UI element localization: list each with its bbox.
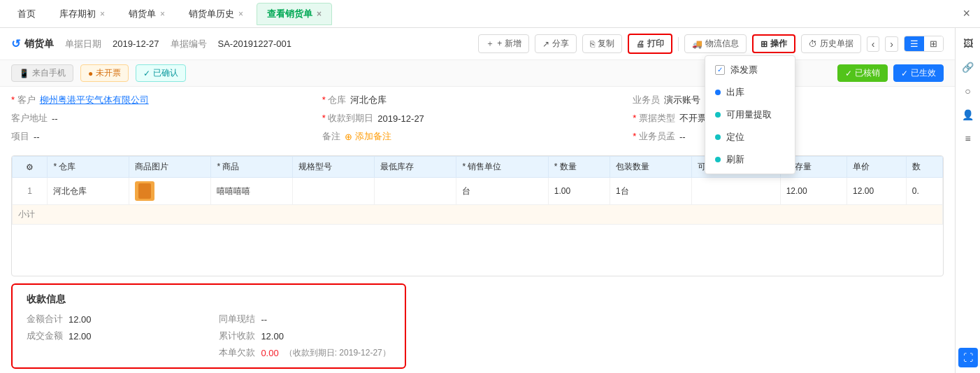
sold-label: 已核销 (855, 67, 880, 79)
tab-inventory[interactable]: 库存期初 × (49, 3, 115, 25)
confirm-button[interactable]: ✓ 已确认 (136, 64, 186, 82)
salesperson-value: -- (679, 132, 686, 142)
tab-view-sales-close[interactable]: × (317, 10, 322, 18)
window-close-button[interactable]: × (960, 3, 973, 23)
form-area: 客户 柳州粤港平安气体有限公司 仓库 河北仓库 业务员 演示账号 客户地址 -- (0, 87, 955, 155)
copy-icon: ⎘ (590, 39, 595, 49)
sidebar-circle-icon[interactable]: ○ (958, 81, 978, 101)
customer-label: 客户 (11, 94, 36, 106)
view-toggle: ☰ ⊞ (904, 36, 944, 52)
tab-bar: 首页 库存期初 × 销货单 × 销货单历史 × 查看销货单 × × (0, 0, 980, 28)
tab-bar-right: × (960, 6, 973, 21)
row-amount: 0. (906, 178, 942, 205)
balance-label: 本单欠款 (219, 346, 255, 359)
effective-button[interactable]: ✓ 已生效 (893, 64, 944, 82)
logistics-button[interactable]: 🚚 物流信息 (684, 34, 747, 53)
staff-value: 演示账号 (664, 94, 700, 106)
doc-title-text: 销货单 (24, 38, 54, 50)
row-spec (293, 178, 375, 205)
add-note-button[interactable]: ⊕ 添加备注 (345, 130, 391, 143)
transaction-label: 成交金额 (27, 330, 63, 342)
doc-icon: ↺ (11, 37, 20, 50)
new-button[interactable]: ＋ + 新增 (478, 34, 528, 53)
sold-check-icon: ✓ (845, 69, 852, 78)
col-price: 单价 (847, 157, 907, 178)
payment-info-box: 收款信息 金额合计 12.00 同单现结 -- 成交金额 12.00 (11, 283, 406, 369)
customer-value[interactable]: 柳州粤港平安气体有限公司 (40, 94, 149, 106)
qty-take-dot (715, 112, 721, 118)
row-avail (692, 178, 781, 205)
ops-refresh[interactable]: 刷新 (705, 148, 795, 171)
print-button[interactable]: 🖨 打印 (628, 34, 672, 54)
doc-no-label: 单据编号 (171, 38, 207, 50)
sidebar-expand-icon[interactable]: ⛶ (958, 348, 978, 367)
row-num: 1 (13, 178, 48, 205)
sidebar-link-icon[interactable]: 🔗 (958, 57, 978, 77)
payment-grid: 金额合计 12.00 同单现结 -- 成交金额 12.00 累计收款 12.00 (27, 313, 391, 359)
table-row: 1 河北仓库 嘻嘻嘻嘻 台 1.00 1台 (13, 178, 943, 205)
ops-add-invoice[interactable]: ✓ 添发票 (705, 59, 795, 81)
total-amount-row: 金额合计 12.00 (27, 313, 198, 325)
address-value: -- (52, 113, 58, 124)
cumulative-label: 累计收款 (219, 330, 255, 342)
new-icon: ＋ (486, 38, 494, 50)
tab-sales-close[interactable]: × (160, 10, 165, 18)
form-row-3: 项目 -- 备注 ⊕ 添加备注 业务员孟 -- (11, 130, 944, 143)
doc-date-value: 2019-12-27 (113, 38, 159, 49)
tab-view-sales-label: 查看销货单 (267, 8, 312, 20)
same-bill-row: 同单现结 -- (219, 313, 390, 325)
ops-locate[interactable]: 定位 (705, 126, 795, 148)
list-view-button[interactable]: ☰ (905, 36, 924, 51)
prev-button[interactable]: ‹ (867, 36, 880, 52)
tab-view-sales[interactable]: 查看销货单 × (257, 3, 332, 25)
address-field: 客户地址 -- (11, 112, 322, 125)
ops-qty-take[interactable]: 可用量提取 (705, 104, 795, 126)
row-pack-qty: 1台 (610, 178, 692, 205)
warehouse-field: 仓库 河北仓库 (322, 94, 633, 106)
col-product: * 商品 (211, 157, 293, 178)
ops-button[interactable]: ⊞ 操作 (752, 34, 795, 53)
tab-home[interactable]: 首页 (7, 3, 46, 25)
copy-button[interactable]: ⎘ 复制 (582, 34, 622, 53)
truck-icon: 🚚 (692, 39, 702, 49)
note-label: 备注 (322, 130, 340, 143)
share-label: 分享 (552, 38, 569, 50)
staff-label: 业务员 (633, 94, 660, 106)
not-open-button[interactable]: ● 未开票 (80, 64, 129, 82)
grid-view-button[interactable]: ⊞ (924, 36, 943, 51)
sold-button[interactable]: ✓ 已核销 (837, 64, 888, 82)
form-row-2: 客户地址 -- 收款到期日 2019-12-27 票据类型 不开票 (11, 112, 944, 125)
sidebar-list-icon[interactable]: ≡ (958, 129, 978, 148)
row-min-stock (375, 178, 456, 205)
ops-outbound[interactable]: 出库 (705, 81, 795, 104)
product-table: ⚙ * 仓库 商品图片 * 商品 规格型号 最低库存 * 销售单位 * 数量 包… (12, 156, 943, 225)
share-button[interactable]: ↗ 分享 (535, 34, 577, 53)
effective-label: 已生效 (911, 67, 936, 79)
due-date-label: 收款到期日 (322, 112, 374, 125)
next-button[interactable]: › (885, 36, 898, 52)
tab-sales-history-close[interactable]: × (238, 10, 243, 18)
tab-sales-history-label: 销货单历史 (189, 8, 234, 20)
from-mobile-label: 来自手机 (32, 67, 66, 79)
tab-sales[interactable]: 销货单 × (118, 3, 175, 25)
ops-qty-take-label: 可用量提取 (726, 108, 772, 121)
row-product: 嘻嘻嘻嘻 (211, 178, 293, 205)
tab-sales-history[interactable]: 销货单历史 × (178, 3, 254, 25)
warehouse-value: 河北仓库 (350, 94, 387, 106)
ops-outbound-label: 出库 (726, 86, 744, 99)
right-sidebar: 🖼 🔗 ○ 👤 ≡ ⛶ (955, 28, 980, 373)
project-label: 项目 (11, 130, 29, 143)
new-label: + 新增 (497, 38, 521, 50)
doc-meta: 单据日期 2019-12-27 单据编号 SA-20191227-001 (65, 38, 291, 50)
same-bill-label: 同单现结 (219, 313, 255, 325)
refresh-dot (715, 157, 721, 162)
confirm-label: 已确认 (153, 67, 178, 79)
col-product-img: 商品图片 (129, 157, 211, 178)
history-button[interactable]: ⏱ 历史单据 (801, 34, 861, 53)
from-mobile-button[interactable]: 📱 来自手机 (11, 64, 73, 82)
sidebar-person-icon[interactable]: 👤 (958, 105, 978, 125)
add-note-label: 添加备注 (355, 130, 391, 143)
tab-inventory-close[interactable]: × (100, 10, 105, 18)
sidebar-img-icon[interactable]: 🖼 (958, 34, 978, 53)
due-date-value: 2019-12-27 (377, 113, 424, 124)
